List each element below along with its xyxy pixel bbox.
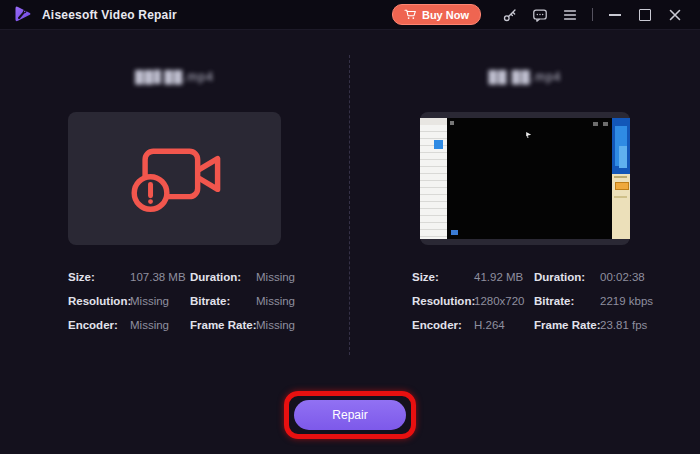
meta-value: Missing <box>130 294 190 308</box>
thumbnail-cursor <box>526 132 531 138</box>
annotation-highlight-box: Repair <box>284 391 416 439</box>
meta-value: 107.38 MB <box>130 270 190 284</box>
meta-value: 41.92 MB <box>474 270 534 284</box>
register-key-icon[interactable] <box>501 6 519 24</box>
sample-video-preview <box>420 112 630 245</box>
meta-label: Frame Rate: <box>190 318 256 332</box>
minimize-button[interactable] <box>606 6 624 24</box>
broken-file-metadata: Size: 107.38 MB Duration: Missing Resolu… <box>68 270 293 332</box>
broken-file-name: ██▊██.mp4 <box>68 70 281 86</box>
repair-button[interactable]: Repair <box>294 400 406 430</box>
app-logo-icon <box>12 4 33 25</box>
meta-value: 00:02:38 <box>600 270 653 284</box>
menu-icon[interactable] <box>561 6 579 24</box>
meta-value: Missing <box>256 294 295 308</box>
meta-value: 1280x720 <box>474 294 534 308</box>
buy-now-button[interactable]: Buy Now <box>392 4 481 25</box>
meta-label: Duration: <box>534 270 600 284</box>
sample-video-thumbnail <box>420 118 630 239</box>
titlebar-separator <box>592 8 593 21</box>
meta-label: Resolution: <box>68 294 130 308</box>
broken-video-icon <box>116 135 234 222</box>
broken-video-preview <box>68 112 281 245</box>
meta-value: Missing <box>130 318 190 332</box>
buy-now-label: Buy Now <box>422 9 469 21</box>
sample-file-name: ██ ██.mp4 <box>420 70 630 86</box>
panel-divider <box>349 55 350 355</box>
title-bar: Aiseesoft Video Repair Buy Now <box>0 0 700 30</box>
meta-label: Bitrate: <box>534 294 600 308</box>
thumbnail-desktop-strip <box>612 118 630 239</box>
meta-label: Encoder: <box>412 318 474 332</box>
meta-label: Bitrate: <box>190 294 256 308</box>
meta-value: 2219 kbps <box>600 294 653 308</box>
meta-label: Size: <box>412 270 474 284</box>
thumbnail-player-area <box>447 118 612 239</box>
feedback-icon[interactable] <box>531 6 549 24</box>
meta-label: Duration: <box>190 270 256 284</box>
cart-icon <box>404 9 417 20</box>
meta-label: Size: <box>68 270 130 284</box>
thumbnail-document-window <box>420 118 447 239</box>
meta-value: 23.81 fps <box>600 318 653 332</box>
maximize-button[interactable] <box>636 6 654 24</box>
meta-value: Missing <box>256 318 295 332</box>
sample-file-metadata: Size: 41.92 MB Duration: 00:02:38 Resolu… <box>412 270 637 332</box>
close-button[interactable] <box>666 6 684 24</box>
meta-value: H.264 <box>474 318 534 332</box>
meta-label: Encoder: <box>68 318 130 332</box>
meta-label: Resolution: <box>412 294 474 308</box>
meta-label: Frame Rate: <box>534 318 600 332</box>
meta-value: Missing <box>256 270 295 284</box>
app-title: Aiseesoft Video Repair <box>42 8 177 22</box>
